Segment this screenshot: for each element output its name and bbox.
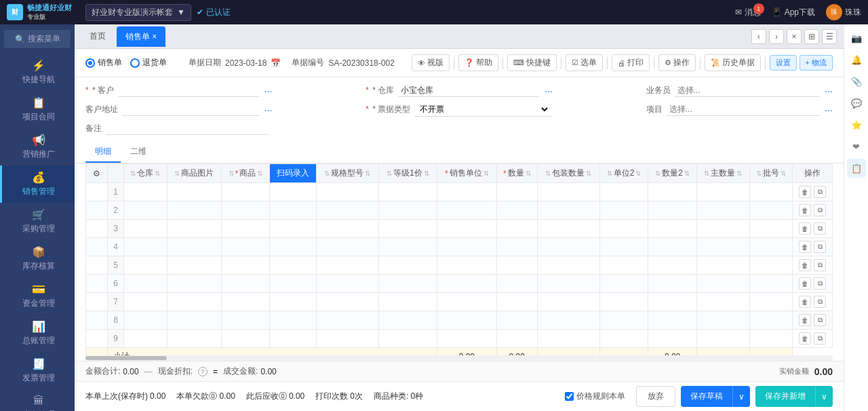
tab-list-view-button[interactable]: ☰: [822, 29, 837, 44]
row-main-qty-1[interactable]: [696, 183, 749, 201]
col-price1[interactable]: ⇅等级1价⇅: [378, 164, 437, 183]
sidebar-item-marketing[interactable]: 📢 营销推广: [0, 128, 75, 165]
row-copy-btn-6[interactable]: ⧉: [814, 277, 826, 290]
col-spec[interactable]: ⇅规格型号⇅: [316, 164, 378, 183]
col-image[interactable]: ⇅商品图片: [167, 164, 221, 183]
print-button[interactable]: 🖨 打印: [612, 54, 650, 71]
row-pkg-qty-1[interactable]: [537, 183, 599, 201]
row-batch-1[interactable]: [749, 183, 793, 201]
tab-prev-button[interactable]: ‹: [751, 29, 766, 44]
address-input[interactable]: [122, 103, 259, 116]
abandon-button[interactable]: 放弃: [636, 386, 675, 407]
col-unit[interactable]: *销售单位⇅: [437, 164, 496, 183]
row-unit-1[interactable]: [437, 183, 496, 201]
price-check-field[interactable]: 价格规则本单: [565, 391, 625, 402]
col-qty[interactable]: *数量⇅: [497, 164, 538, 183]
radio-sales[interactable]: 销售单: [85, 57, 122, 68]
row-copy-btn-1[interactable]: ⧉: [814, 186, 826, 198]
address-picker-icon[interactable]: ···: [264, 104, 273, 115]
app-download-button[interactable]: 📱 App下载: [772, 7, 815, 18]
row-delete-btn-1[interactable]: 🗑: [799, 186, 811, 198]
row-copy-btn-9[interactable]: ⧉: [814, 332, 826, 345]
save-new-arrow-button[interactable]: ∨: [815, 386, 833, 407]
select-order-button[interactable]: ☑ 选单: [566, 54, 603, 71]
tab-sales-order[interactable]: 销售单 ×: [117, 26, 165, 47]
right-panel-btn-4[interactable]: 💬: [847, 94, 866, 113]
row-copy-btn-7[interactable]: ⧉: [814, 296, 826, 308]
tab-home[interactable]: 首页: [81, 26, 114, 46]
notifications-button[interactable]: ✉ 1 消息: [735, 7, 761, 18]
row-delete-btn-6[interactable]: 🗑: [799, 277, 811, 290]
search-menu-button[interactable]: 🔍 搜索菜单: [4, 30, 71, 48]
history-button[interactable]: 📜 历史单据: [705, 54, 761, 71]
project-input[interactable]: [667, 103, 820, 116]
row-product-1[interactable]: [221, 183, 270, 201]
calendar-icon[interactable]: 📅: [271, 58, 281, 68]
company-selector[interactable]: 好业财专业版演示帐套 ▼: [85, 4, 191, 21]
col-pkg-qty[interactable]: ⇅包装数量⇅: [537, 164, 599, 183]
salesperson-picker-icon[interactable]: ···: [825, 85, 833, 96]
warehouse-picker-icon[interactable]: ···: [545, 85, 553, 96]
col-qty2[interactable]: ⇅数量2⇅: [648, 164, 697, 183]
logistics-button[interactable]: + 物流: [800, 55, 833, 71]
warehouse-input[interactable]: [398, 84, 539, 97]
col-warehouse[interactable]: ⇅仓库⇅: [124, 164, 167, 183]
row-delete-btn-3[interactable]: 🗑: [799, 222, 811, 235]
salesperson-input[interactable]: [675, 84, 820, 97]
tab-detail[interactable]: 明细: [85, 142, 121, 163]
date-value[interactable]: 2023-03-18: [225, 58, 267, 68]
col-unit2[interactable]: ⇅单位2⇅: [599, 164, 648, 183]
right-panel-btn-5[interactable]: ⭐: [847, 115, 866, 134]
sidebar-item-invoice[interactable]: 🧾 发票管理: [0, 352, 75, 389]
col-main-qty[interactable]: ⇅主数量⇅: [696, 164, 749, 183]
sidebar-item-project[interactable]: 📋 项目合同: [0, 91, 75, 128]
row-unit2-1[interactable]: [599, 183, 648, 201]
row-delete-btn-2[interactable]: 🗑: [799, 204, 811, 216]
settings-button[interactable]: 设置: [770, 55, 797, 71]
col-scan[interactable]: 扫码录入: [270, 164, 316, 183]
row-copy-btn-3[interactable]: ⧉: [814, 222, 826, 235]
row-delete-btn-8[interactable]: 🗑: [799, 314, 811, 326]
sidebar-item-sales[interactable]: 💰 销售管理: [0, 165, 75, 203]
sidebar-item-inventory[interactable]: 📦 库存核算: [0, 240, 75, 277]
save-new-button[interactable]: 保存并新增: [755, 386, 815, 407]
invoice-select-input[interactable]: 不开票 增值税普通发票 增值税专用发票: [417, 104, 549, 115]
shortcut-button[interactable]: ⌨ 快捷键: [507, 54, 557, 71]
tab-grid-view-button[interactable]: ⊞: [804, 29, 819, 44]
row-copy-btn-8[interactable]: ⧉: [814, 314, 826, 326]
col-batch[interactable]: ⇅批号⇅: [749, 164, 793, 183]
invoice-select[interactable]: 不开票 增值税普通发票 增值税专用发票: [414, 102, 552, 117]
save-draft-arrow-button[interactable]: ∨: [732, 386, 750, 407]
row-copy-btn-4[interactable]: ⧉: [814, 241, 826, 253]
view-button[interactable]: 👁 视版: [412, 54, 450, 71]
row-copy-btn-5[interactable]: ⧉: [814, 259, 826, 271]
row-delete-btn-9[interactable]: 🗑: [799, 332, 811, 345]
row-delete-btn-5[interactable]: 🗑: [799, 259, 811, 271]
row-price1-1[interactable]: [378, 183, 437, 201]
row-scan-1[interactable]: [270, 183, 316, 201]
right-panel-btn-6[interactable]: ❤: [847, 137, 866, 156]
row-qty-1[interactable]: [497, 183, 538, 201]
project-picker-icon[interactable]: ···: [825, 104, 833, 115]
col-product[interactable]: ⇅*商品⇅: [221, 164, 270, 183]
row-warehouse-1[interactable]: [124, 183, 167, 201]
help-button[interactable]: ❓ 帮助: [458, 54, 498, 71]
tab-close-button[interactable]: ×: [787, 29, 802, 44]
col-settings[interactable]: ⚙: [86, 164, 108, 183]
save-draft-button[interactable]: 保存草稿: [681, 386, 732, 407]
sidebar-item-ledger[interactable]: 📊 总账管理: [0, 315, 75, 352]
note-input[interactable]: [106, 122, 269, 135]
sidebar-item-purchase[interactable]: 🛒 采购管理: [0, 203, 75, 240]
tab-2d[interactable]: 二维: [121, 142, 156, 163]
sidebar-item-quick-nav[interactable]: ⚡ 快捷导航: [0, 54, 75, 91]
horizontal-scrollbar[interactable]: [85, 355, 833, 361]
operation-button[interactable]: ⚙ 操作: [658, 54, 696, 71]
right-panel-btn-1[interactable]: 📷: [847, 28, 866, 47]
sidebar-item-funds[interactable]: 💳 资金管理: [0, 277, 75, 315]
customer-picker-icon[interactable]: ···: [264, 85, 273, 96]
right-panel-btn-2[interactable]: 🔔: [847, 50, 866, 69]
customer-input[interactable]: [118, 84, 259, 97]
radio-return[interactable]: 退货单: [130, 57, 167, 68]
row-delete-btn-7[interactable]: 🗑: [799, 296, 811, 308]
row-delete-btn-4[interactable]: 🗑: [799, 241, 811, 253]
